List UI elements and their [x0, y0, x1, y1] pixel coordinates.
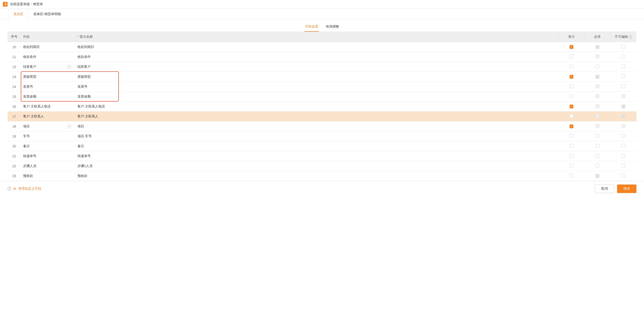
show-checkbox[interactable] — [570, 84, 573, 88]
cell-lock — [610, 42, 636, 52]
footer-bar: ? ⚙ 管理自定义字段 取消 保存 — [0, 181, 644, 196]
table-row: 11收款条件收款条件 — [8, 52, 636, 62]
cell-name-text: 发票金额 — [23, 94, 36, 99]
cell-display-name[interactable]: 客户.主联系人电话 — [75, 102, 558, 112]
sub-tab-1[interactable]: 布局调整 — [325, 23, 340, 32]
lock-checkbox[interactable] — [622, 174, 625, 178]
cell-name-text: 客户.主联系人 — [23, 114, 44, 118]
cell-display-name[interactable]: 客户.主联系人 — [75, 112, 558, 122]
cancel-button[interactable]: 取消 — [595, 184, 614, 193]
cell-seq: 22 — [8, 161, 21, 171]
cell-display-name[interactable]: 发票金额 — [75, 92, 558, 102]
lock-checkbox[interactable] — [622, 134, 625, 138]
cell-name: 快递单号 — [21, 151, 75, 161]
cell-show — [558, 92, 584, 102]
show-checkbox[interactable] — [570, 174, 573, 178]
cell-req — [584, 62, 610, 72]
question-icon[interactable]: ? — [8, 187, 11, 191]
cell-seq: 13 — [8, 72, 21, 82]
cell-display-name[interactable]: 收款到期日 — [75, 42, 558, 52]
show-checkbox[interactable] — [570, 124, 573, 128]
cell-seq: 23 — [8, 171, 21, 181]
cell-lock — [610, 171, 636, 181]
cell-display-name[interactable]: 项目.车号 — [75, 131, 558, 141]
cell-show — [558, 151, 584, 161]
cell-display-name[interactable]: 步骤1人员 — [75, 161, 558, 171]
lock-checkbox[interactable] — [622, 64, 625, 68]
cell-lock — [610, 92, 636, 102]
cell-show — [558, 42, 584, 52]
req-checkbox — [596, 54, 599, 58]
show-checkbox[interactable] — [570, 105, 573, 108]
show-checkbox[interactable] — [570, 64, 573, 68]
cell-name-text: 预收款 — [23, 174, 33, 178]
req-checkbox[interactable] — [596, 144, 599, 148]
sub-tab-0[interactable]: 字段设置 — [304, 23, 319, 32]
save-button[interactable]: 保存 — [617, 184, 636, 193]
cell-seq: 14 — [8, 82, 21, 92]
show-checkbox[interactable] — [570, 144, 573, 148]
show-checkbox[interactable] — [570, 134, 573, 138]
lock-checkbox[interactable] — [622, 164, 625, 168]
show-checkbox[interactable] — [570, 94, 573, 98]
cell-show — [558, 122, 584, 131]
manage-custom-fields-link[interactable]: 管理自定义字段 — [18, 187, 41, 191]
cell-name: 客户.主联系人 — [21, 112, 75, 122]
cell-name-text: 票据类型 — [23, 75, 36, 79]
required-star-icon: * — [78, 35, 79, 38]
cell-show — [558, 62, 584, 72]
cell-name-text: 车号 — [23, 134, 30, 138]
table-row: 19车号项目.车号 — [8, 131, 636, 141]
cell-display-name[interactable]: 票据类型 — [75, 72, 558, 82]
cell-show — [558, 111, 584, 122]
table-body: 10收款到期日收款到期日11收款条件收款条件12结算客户+结算客户13票据类型票… — [8, 42, 636, 181]
lock-checkbox[interactable] — [622, 45, 625, 48]
show-checkbox[interactable] — [570, 54, 573, 58]
tab-1[interactable]: 表体区-销货单明细 — [28, 9, 66, 19]
lock-checkbox[interactable] — [622, 54, 625, 58]
cell-show — [558, 141, 584, 151]
th-seq: 序号 — [8, 32, 21, 42]
cell-name: 车号 — [21, 131, 75, 141]
main-tabs: 表头区表体区-销货单明细 — [0, 9, 644, 19]
cell-name: 备注 — [21, 141, 75, 151]
footer-left: ? ⚙ 管理自定义字段 — [8, 187, 41, 191]
plus-icon[interactable]: + — [67, 65, 71, 69]
show-checkbox[interactable] — [570, 75, 573, 79]
cell-display-name[interactable]: 备注 — [75, 141, 558, 151]
header-bar: 当前设置单据：销货单 — [0, 0, 644, 9]
req-checkbox[interactable] — [596, 164, 599, 168]
lock-checkbox[interactable] — [622, 154, 625, 158]
show-checkbox[interactable] — [570, 45, 573, 49]
req-checkbox[interactable] — [596, 134, 599, 138]
cell-lock — [610, 161, 636, 171]
cell-lock — [610, 151, 636, 161]
tab-0[interactable]: 表头区 — [8, 9, 28, 19]
show-checkbox[interactable] — [570, 114, 573, 118]
show-checkbox[interactable] — [570, 164, 573, 168]
expand-toggle-button[interactable] — [3, 2, 8, 6]
req-checkbox[interactable] — [596, 154, 599, 158]
cell-display-name[interactable]: 收款条件 — [75, 52, 558, 62]
cell-name-text: 项目 — [23, 124, 30, 128]
req-checkbox — [596, 45, 599, 49]
lock-checkbox[interactable] — [622, 74, 625, 78]
show-checkbox[interactable] — [570, 154, 573, 158]
table-row: 18项目+项目 — [8, 122, 636, 131]
req-checkbox[interactable] — [596, 64, 599, 68]
lock-checkbox[interactable] — [622, 144, 625, 148]
plus-icon[interactable]: + — [67, 124, 71, 128]
th-name: 列名 — [21, 32, 75, 42]
cell-req — [584, 52, 610, 62]
lock-checkbox[interactable] — [622, 84, 625, 88]
cell-lock — [610, 72, 636, 82]
cell-display-name[interactable]: 预收款 — [75, 171, 558, 181]
cell-display-name[interactable]: 发票号 — [75, 82, 558, 92]
cell-display-name[interactable]: 项目 — [75, 122, 558, 131]
help-icon[interactable]: ? — [629, 36, 632, 39]
cell-name-text: 快递单号 — [23, 154, 36, 158]
cell-display-name[interactable]: 快递单号 — [75, 151, 558, 161]
cell-show — [558, 171, 584, 181]
cell-show — [558, 52, 584, 62]
cell-display-name[interactable]: 结算客户 — [75, 62, 558, 72]
